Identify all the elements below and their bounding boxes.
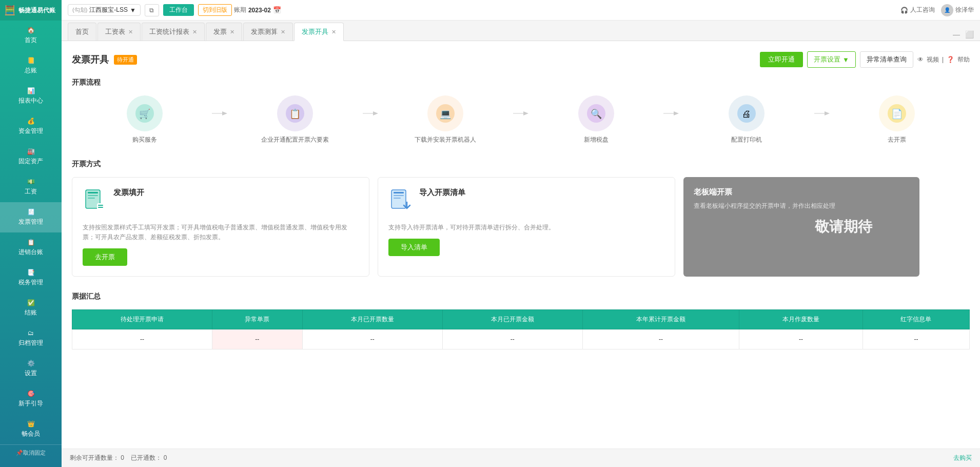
sidebar-item-archive[interactable]: 🗂 归档管理 (0, 323, 62, 354)
svg-rect-28 (98, 207, 103, 208)
tax-icon: 📑 (27, 269, 35, 276)
remaining-label: 剩余可开通数量： 0 已开通数： 0 (70, 454, 167, 462)
col-year-amount: 本年累计开票金额 (582, 310, 739, 329)
pin-toggle[interactable]: 📌 取消固定 (0, 444, 62, 461)
method-cards: 发票填开 支持按照发票样式手工填写开发票；可开具增值税电子普通发票、增值税普通发… (72, 177, 970, 277)
flow-step-download[interactable]: 💻 下载并安装开票机器人 (373, 95, 518, 144)
tab-bar: 首页 工资表 ✕ 工资统计报表 ✕ 发票 ✕ 发票测算 ✕ 发票开具 ✕ — ⬜ (62, 21, 980, 41)
sidebar-item-settings[interactable]: ⚙️ 设置 (0, 354, 62, 384)
settings-dropdown-icon: ▼ (842, 56, 849, 64)
sidebar-item-salary[interactable]: 💵 工资 (0, 172, 62, 202)
topbar-right: 🎧 人工咨询 👤 徐泽华 (900, 4, 974, 16)
service-button[interactable]: 🎧 人工咨询 (900, 6, 935, 14)
logo-text: 畅捷通易代账 (18, 6, 55, 15)
asset-icon: 🏭 (27, 148, 35, 155)
copy-button[interactable]: ⧉ (145, 4, 159, 16)
import-list-button[interactable]: 导入清单 (388, 239, 440, 256)
bottom-bar: 剩余可开通数量： 0 已开通数： 0 去购买 (62, 449, 980, 467)
sidebar-item-settle[interactable]: ✅ 结账 (0, 293, 62, 323)
user-profile[interactable]: 👤 徐泽华 (941, 4, 974, 16)
val-abnormal: -- (212, 329, 303, 349)
method-section-title: 开票方式 (72, 160, 970, 169)
sidebar-item-home[interactable]: 🏠 首页 (0, 21, 62, 51)
content-area: 发票开具 待开通 立即开通 开票设置 ▼ 异常清单查询 👁 视频 | ❓ 帮助 (62, 41, 980, 449)
val-red-info: -- (863, 329, 969, 349)
open-ticket-icon: 📄 (879, 95, 915, 131)
flow-step-config-label: 企业开通配置开票六要素 (261, 135, 329, 144)
bottom-info: 剩余可开通数量： 0 已开通数： 0 (70, 454, 167, 462)
tab-salary-report[interactable]: 工资统计报表 ✕ (142, 23, 205, 41)
boss-card-desc: 查看老板端小程序提交的开票申请，并作出相应处理 (694, 201, 909, 211)
old-version-button[interactable]: 切到旧版 (198, 4, 232, 16)
summary-table: 待处理开票申请 异常单票 本月已开票数量 本月已开票金额 本年累计开票金额 本月… (72, 309, 970, 349)
sidebar-item-ledger[interactable]: 📒 总账 (0, 51, 62, 81)
pin-icon: 📌 (16, 450, 23, 456)
buy-service-icon: 🛒 (127, 95, 163, 131)
svg-text:📄: 📄 (891, 108, 903, 120)
go-open-ticket-button[interactable]: 去开票 (83, 248, 127, 266)
company-selector[interactable]: (勾划) 江西服宝-LSS ▼ (68, 4, 141, 16)
flow-step-taxdisk[interactable]: 🔍 新增税盘 (523, 95, 669, 144)
period-switch: 切到旧版 账期 2023-02 📅 (198, 4, 281, 16)
val-year-amount: -- (582, 329, 739, 349)
sidebar-item-member[interactable]: 👑 畅会员 (0, 414, 62, 444)
tab-home[interactable]: 首页 (68, 23, 96, 41)
page-header: 发票开具 待开通 立即开通 开票设置 ▼ 异常清单查询 👁 视频 | ❓ 帮助 (72, 51, 970, 68)
restore-button[interactable]: ⬜ (965, 30, 974, 38)
period-calendar-icon[interactable]: 📅 (273, 6, 281, 14)
minimize-button[interactable]: — (953, 30, 960, 38)
workbench-button[interactable]: 工作台 (163, 4, 194, 16)
tab-close-salary-table[interactable]: ✕ (128, 29, 133, 35)
val-void-count: -- (739, 329, 863, 349)
svg-rect-27 (98, 205, 103, 206)
sidebar-item-fund[interactable]: 💰 资金管理 (0, 111, 62, 142)
sidebar: 🧮 畅捷通易代账 🏠 首页 📒 总账 📊 报表中心 💰 资金管理 🏭 固定资产 … (0, 0, 62, 467)
buy-link[interactable]: 去购买 (953, 454, 972, 462)
flow-steps: 🛒 购买服务 📋 企业开通配置开票六要素 (72, 95, 970, 144)
import-card-desc: 支持导入待开票清单，可对待开票清单进行拆分、合并处理。 (388, 223, 664, 232)
tab-invoice-list[interactable]: 发票 ✕ (206, 23, 242, 41)
flow-step-printer-label: 配置打印机 (731, 135, 762, 144)
tab-close-invoice-open[interactable]: ✕ (331, 29, 336, 35)
tab-close-invoice-list[interactable]: ✕ (230, 29, 234, 35)
sidebar-item-purchase[interactable]: 📋 进销台账 (0, 232, 62, 263)
company-name: 江西服宝-LSS (89, 6, 128, 14)
archive-icon: 🗂 (28, 329, 34, 337)
divider: | (942, 56, 944, 63)
topbar-left: (勾划) 江西服宝-LSS ▼ ⧉ 工作台 切到旧版 账期 2023-02 📅 (68, 4, 281, 16)
period-value: 2023-02 (248, 7, 271, 14)
sidebar-item-asset[interactable]: 🏭 固定资产 (0, 142, 62, 172)
flow-step-buy-label: 购买服务 (132, 135, 157, 144)
flow-step-buy[interactable]: 🛒 购买服务 (72, 95, 217, 144)
val-month-count: -- (302, 329, 442, 349)
flow-step-taxdisk-label: 新增税盘 (584, 135, 609, 144)
sidebar-item-newbie[interactable]: 🎯 新手引导 (0, 384, 62, 414)
flow-step-open[interactable]: 📄 去开票 (825, 95, 970, 144)
tab-close-invoice-calc[interactable]: ✕ (281, 29, 285, 35)
config-icon: 📋 (277, 95, 313, 131)
svg-rect-24 (88, 195, 98, 196)
member-icon: 👑 (27, 420, 35, 427)
flow-step-printer[interactable]: 🖨 配置打印机 (674, 95, 819, 144)
coming-soon-label: 敬请期待 (815, 217, 872, 237)
flow-section-title: 开票流程 (72, 78, 970, 87)
flow-step-config[interactable]: 📋 企业开通配置开票六要素 (222, 95, 367, 144)
immediate-open-button[interactable]: 立即开通 (760, 52, 803, 67)
svg-rect-23 (88, 192, 98, 193)
sidebar-item-invoice[interactable]: 🧾 发票管理 (0, 202, 62, 232)
tab-salary-table[interactable]: 工资表 ✕ (97, 23, 141, 41)
col-pending: 待处理开票申请 (72, 310, 212, 329)
page-title-area: 发票开具 待开通 (72, 53, 137, 66)
method-card-fill-header: 发票填开 (83, 188, 359, 217)
page-title: 发票开具 (72, 53, 109, 66)
import-card-title: 导入开票清单 (419, 188, 465, 198)
settings-button[interactable]: 开票设置 ▼ (807, 51, 856, 68)
sidebar-item-report[interactable]: 📊 报表中心 (0, 81, 62, 111)
view-icon: 👁 (917, 56, 924, 63)
report-icon: 📊 (27, 87, 35, 94)
tab-invoice-calc[interactable]: 发票测算 ✕ (243, 23, 293, 41)
abnormal-list-button[interactable]: 异常清单查询 (860, 51, 913, 68)
tab-invoice-open[interactable]: 发票开具 ✕ (294, 23, 344, 41)
tab-close-salary-report[interactable]: ✕ (192, 29, 197, 35)
sidebar-item-tax[interactable]: 📑 税务管理 (0, 263, 62, 293)
